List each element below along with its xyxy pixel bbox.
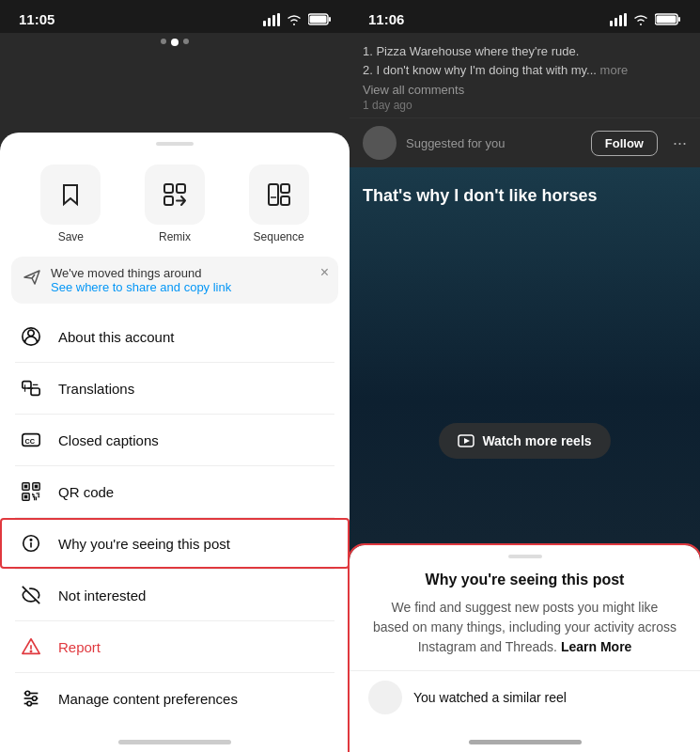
notice-link[interactable]: See where to share and copy link (51, 280, 327, 294)
svg-rect-44 (657, 16, 677, 24)
svg-rect-5 (329, 17, 331, 22)
bottom-sheet: Save Remix (0, 133, 350, 752)
time-left: 11:05 (19, 11, 54, 27)
right-panel: 11:06 1. Pizza Warehouse where they'r (350, 0, 700, 752)
svg-point-33 (25, 691, 30, 696)
svg-rect-11 (281, 184, 289, 193)
comment-time: 1 day ago (363, 99, 687, 112)
qr-label: QR code (58, 484, 114, 500)
translate-icon (19, 376, 43, 400)
sequence-label: Sequence (254, 230, 304, 243)
svg-rect-41 (624, 13, 627, 26)
action-buttons-row: Save Remix (0, 159, 350, 257)
svg-point-37 (27, 701, 32, 706)
suggestion-bar: Suggested for you Follow ··· (350, 118, 700, 167)
why-item-text: You watched a similar reel (413, 690, 567, 705)
menu-item-qr[interactable]: QR code (0, 466, 350, 517)
status-icons-left (263, 13, 331, 26)
dot-3 (183, 39, 189, 44)
more-options-button[interactable]: ··· (673, 133, 687, 153)
about-label: About this account (58, 329, 174, 345)
svg-point-15 (28, 330, 34, 336)
save-action[interactable]: Save (28, 164, 113, 243)
menu-item-manage[interactable]: Manage content preferences (0, 673, 350, 724)
video-title: That's why I don't like horses (363, 186, 598, 206)
menu-item-about[interactable]: About this account (0, 311, 350, 362)
save-label: Save (58, 230, 84, 243)
person-circle-icon (19, 324, 43, 349)
comment-line1: 1. Pizza Warehouse where they're rude. (363, 44, 579, 58)
menu-item-why[interactable]: Why you're seeing this post (0, 518, 350, 569)
signal-icon (263, 13, 280, 26)
remix-icon (162, 181, 188, 208)
why-handle (508, 555, 542, 558)
home-bar-left (118, 740, 231, 744)
why-item-similar-reel: You watched a similar reel (350, 670, 700, 724)
translations-label: Translations (58, 381, 134, 397)
menu-item-not-interested[interactable]: Not interested (0, 570, 350, 620)
follow-button[interactable]: Follow (591, 131, 658, 156)
comments-area: 1. Pizza Warehouse where they're rude. 2… (350, 33, 700, 118)
svg-rect-24 (24, 485, 28, 489)
watch-more-reels-button[interactable]: Watch more reels (439, 423, 610, 459)
svg-rect-8 (177, 184, 185, 193)
svg-rect-2 (272, 15, 275, 26)
status-icons-right (610, 13, 681, 26)
menu-item-report[interactable]: Report (0, 621, 350, 672)
battery-icon (308, 13, 331, 25)
status-bar-left: 11:05 (0, 0, 350, 33)
reels-icon (458, 432, 474, 449)
left-panel: 11:05 (0, 0, 350, 752)
comment-text: 1. Pizza Warehouse where they're rude. 2… (363, 42, 687, 79)
svg-rect-9 (164, 196, 173, 205)
time-right: 11:06 (368, 11, 404, 27)
dot-2 (171, 39, 179, 46)
svg-rect-3 (277, 13, 280, 26)
eye-slash-icon (19, 583, 43, 607)
sheet-handle (156, 142, 194, 146)
svg-rect-1 (268, 18, 271, 26)
dark-background-left: Save Remix (0, 33, 350, 752)
svg-rect-0 (263, 21, 266, 26)
remix-label: Remix (159, 230, 191, 243)
dots-indicator (0, 33, 350, 52)
svg-point-31 (30, 650, 31, 651)
sequence-icon-box (249, 164, 309, 225)
svg-rect-12 (281, 196, 289, 205)
menu-item-translations[interactable]: Translations (0, 363, 350, 414)
notice-close-button[interactable]: × (320, 264, 329, 281)
svg-rect-10 (269, 184, 278, 205)
svg-rect-25 (35, 485, 39, 489)
svg-text:CC: CC (25, 437, 36, 446)
watch-more-label: Watch more reels (482, 433, 591, 448)
more-link[interactable]: more (600, 63, 629, 77)
svg-rect-17 (23, 382, 31, 388)
menu-item-captions[interactable]: CC Closed captions (0, 415, 350, 465)
why-body: We find and suggest new posts you might … (350, 598, 700, 670)
sliders-icon (19, 686, 43, 711)
svg-rect-26 (24, 495, 28, 499)
svg-rect-39 (614, 18, 617, 26)
suggestion-text: Suggested for you (406, 136, 582, 150)
why-item-icon (368, 681, 402, 714)
view-all-comments[interactable]: View all comments (363, 83, 687, 97)
svg-marker-46 (464, 438, 470, 444)
svg-rect-40 (619, 15, 622, 26)
notice-content: We've moved things around See where to s… (51, 266, 327, 294)
save-icon (57, 181, 84, 208)
why-seeing-panel: Why you're seeing this post We find and … (350, 545, 700, 752)
wifi-icon-right (632, 13, 649, 26)
svg-point-29 (30, 540, 31, 540)
svg-rect-6 (310, 16, 327, 24)
comment-line2: 2. I don't know why I'm doing that with … (363, 63, 597, 77)
sequence-icon (266, 181, 292, 208)
notice-banner: We've moved things around See where to s… (11, 257, 338, 304)
why-title: Why you're seeing this post (350, 572, 700, 598)
learn-more-link[interactable]: Learn More (561, 639, 631, 654)
svg-rect-7 (164, 184, 173, 193)
battery-icon-right (655, 13, 681, 25)
sequence-action[interactable]: Sequence (237, 164, 321, 243)
notice-title: We've moved things around (51, 266, 327, 280)
remix-icon-box (145, 164, 205, 225)
remix-action[interactable]: Remix (132, 164, 217, 243)
